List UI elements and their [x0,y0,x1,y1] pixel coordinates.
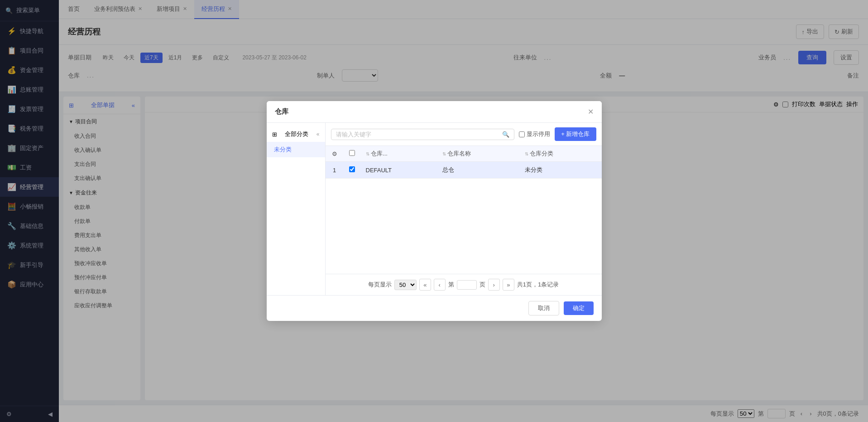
col-header-settings[interactable]: ⚙ [326,146,344,162]
add-warehouse-button[interactable]: + 新增仓库 [555,127,596,141]
row-code: DEFAULT [360,162,437,179]
modal-page-label: 第 [448,281,454,289]
modal-title: 仓库 [275,107,288,116]
all-categories-icon: ⊞ [272,131,277,138]
col-header-name[interactable]: ⇅ 仓库名称 [437,146,519,162]
table-panel: 🔍 显示停用 + 新增仓库 ⚙ [326,123,602,295]
row-name: 总仓 [437,162,519,179]
modal-pagination: 每页显示 50 « ‹ 第 1 页 › » 共1页，1条记录 [326,274,602,295]
category-uncategorized[interactable]: 未分类 [267,142,325,157]
cancel-button[interactable]: 取消 [528,301,559,315]
table-head: ⚙ ⇅ 仓库... ⇅ [326,146,602,162]
modal-page-input[interactable]: 1 [457,280,477,290]
modal-total: 共1页，1条记录 [517,281,559,289]
modal-body: ⊞ 全部分类 « 未分类 🔍 显示停用 [267,123,602,295]
search-input[interactable] [336,131,500,138]
col-header-category[interactable]: ⇅ 仓库分类 [519,146,602,162]
modal-search-bar: 🔍 显示停用 + 新增仓库 [326,123,602,146]
table-body: 1 DEFAULT 总仓 [326,162,602,179]
row-checkbox[interactable] [349,166,355,172]
show-disabled-label[interactable]: 显示停用 [519,130,550,138]
modal-table-scroll: ⚙ ⇅ 仓库... ⇅ [326,146,602,274]
next-page-button[interactable]: › [488,279,500,291]
search-input-wrap: 🔍 [331,129,515,140]
show-disabled-checkbox[interactable] [519,131,525,137]
table-row[interactable]: 1 DEFAULT 总仓 [326,162,602,179]
row-settings[interactable]: 1 [326,162,344,179]
all-categories-header[interactable]: ⊞ 全部分类 « [267,126,325,142]
modal-header: 仓库 ✕ [267,101,602,123]
row-check[interactable] [344,162,360,179]
col-header-code[interactable]: ⇅ 仓库... [360,146,437,162]
col-header-check [344,146,360,162]
modal-page-size-label: 每页显示 [368,281,392,289]
modal-close-button[interactable]: ✕ [588,107,594,116]
confirm-button[interactable]: 确定 [564,301,594,315]
row-settings-icon: 1 [333,167,336,174]
category-panel: ⊞ 全部分类 « 未分类 [267,123,326,295]
last-page-button[interactable]: » [503,279,514,291]
modal-overlay: 仓库 ✕ ⊞ 全部分类 « 未分类 [0,0,868,422]
warehouse-table: ⚙ ⇅ 仓库... ⇅ [326,146,602,179]
search-icon: 🔍 [502,131,509,138]
prev-page-button[interactable]: ‹ [434,279,446,291]
warehouse-modal: 仓库 ✕ ⊞ 全部分类 « 未分类 [267,101,602,321]
modal-page-size-select[interactable]: 50 [394,280,417,290]
modal-footer: 取消 确定 [267,295,602,321]
first-page-button[interactable]: « [419,279,431,291]
all-categories-label: 全部分类 [285,130,308,138]
table-header-row: ⚙ ⇅ 仓库... ⇅ [326,146,602,162]
category-collapse-icon[interactable]: « [317,131,320,137]
row-category: 未分类 [519,162,602,179]
header-checkbox[interactable] [349,150,355,156]
modal-page-suffix: 页 [480,281,485,289]
